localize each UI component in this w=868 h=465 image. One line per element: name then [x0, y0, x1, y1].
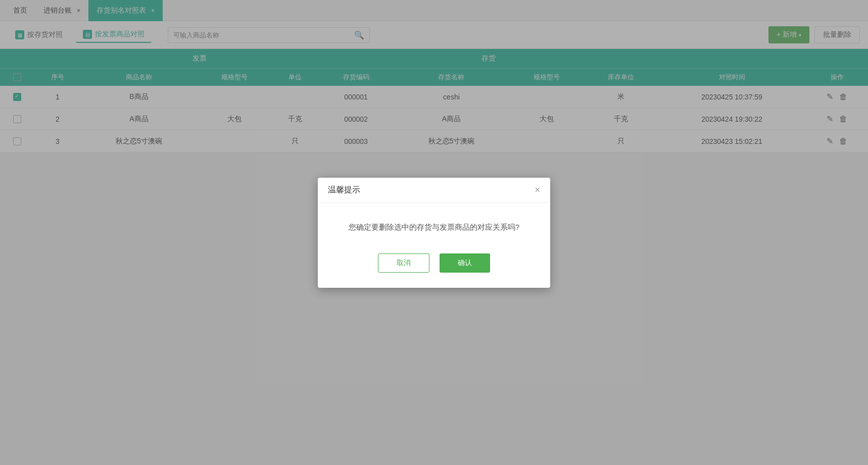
dialog-title: 温馨提示 [328, 185, 360, 195]
dialog-footer: 取消 确认 [318, 248, 550, 288]
dialog-body: 您确定要删除选中的存货与发票商品的对应关系吗? [318, 203, 550, 248]
cancel-button[interactable]: 取消 [378, 253, 429, 273]
modal-overlay: 温馨提示 × 您确定要删除选中的存货与发票商品的对应关系吗? 取消 确认 [0, 0, 868, 465]
confirm-button[interactable]: 确认 [440, 253, 490, 273]
dialog-close-button[interactable]: × [535, 185, 540, 194]
confirm-dialog: 温馨提示 × 您确定要删除选中的存货与发票商品的对应关系吗? 取消 确认 [318, 178, 550, 288]
dialog-header: 温馨提示 × [318, 178, 550, 203]
